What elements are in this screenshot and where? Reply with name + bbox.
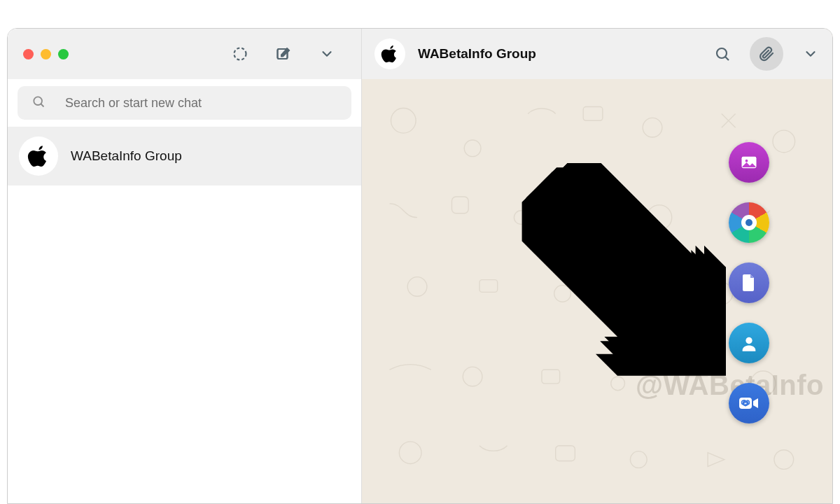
conversation-pane: WABetaInfo Group: [361, 29, 832, 503]
svg-rect-9: [583, 107, 603, 121]
svg-point-26: [774, 450, 794, 470]
conversation-title[interactable]: WABetaInfo Group: [418, 46, 536, 62]
svg-point-51: [746, 160, 748, 162]
svg-rect-16: [479, 280, 498, 293]
attach-camera-button[interactable]: [729, 202, 769, 243]
svg-point-11: [773, 130, 795, 153]
attach-room-button[interactable]: [729, 383, 769, 424]
minimize-window-button[interactable]: [41, 49, 51, 59]
new-chat-icon[interactable]: [274, 45, 293, 63]
svg-point-23: [399, 442, 421, 464]
svg-point-8: [464, 140, 481, 157]
maximize-window-button[interactable]: [58, 49, 69, 59]
svg-rect-53: [739, 398, 752, 409]
svg-point-10: [643, 118, 662, 137]
avatar[interactable]: [374, 38, 405, 69]
chat-name: WABetaInfo Group: [71, 148, 182, 164]
search-container: [8, 79, 361, 127]
avatar: [19, 136, 58, 176]
svg-point-14: [647, 205, 672, 230]
svg-point-13: [514, 211, 528, 225]
app-window: WABetaInfo Group WABetaInfo Group: [7, 28, 833, 504]
svg-point-19: [463, 367, 482, 386]
search-in-chat-icon[interactable]: [713, 45, 732, 63]
chat-list: WABetaInfo Group: [8, 127, 361, 503]
window-controls: [23, 49, 69, 59]
search-box[interactable]: [18, 86, 351, 120]
close-window-button[interactable]: [23, 49, 34, 59]
svg-point-0: [234, 48, 246, 60]
svg-point-52: [746, 337, 752, 344]
svg-line-4: [41, 104, 44, 107]
attach-contact-button[interactable]: [729, 323, 769, 363]
svg-point-5: [717, 48, 727, 58]
camera-icon: [741, 215, 757, 230]
svg-point-17: [554, 285, 571, 302]
attach-document-button[interactable]: [729, 262, 769, 303]
sidebar-header: [8, 29, 361, 79]
svg-point-21: [611, 377, 625, 391]
svg-line-6: [725, 57, 729, 60]
contact-icon: [736, 330, 762, 356]
svg-rect-12: [451, 197, 468, 214]
chat-list-item[interactable]: WABetaInfo Group: [8, 127, 361, 186]
chevron-down-icon[interactable]: [802, 45, 820, 63]
status-icon[interactable]: [231, 45, 249, 63]
sidebar: WABetaInfo Group: [8, 29, 361, 503]
svg-point-25: [630, 451, 647, 468]
svg-point-3: [34, 97, 42, 105]
svg-point-7: [391, 108, 416, 134]
document-icon: [736, 270, 762, 295]
chevron-down-icon[interactable]: [318, 45, 336, 63]
search-icon: [31, 94, 46, 111]
search-input[interactable]: [65, 96, 342, 111]
chat-background: @WABetaInfo: [362, 79, 832, 503]
svg-rect-20: [542, 370, 560, 384]
room-icon: [736, 391, 762, 416]
svg-rect-24: [556, 446, 575, 461]
gallery-icon: [736, 150, 762, 175]
attach-button[interactable]: [750, 37, 783, 71]
svg-point-15: [407, 277, 427, 297]
conversation-header: WABetaInfo Group: [362, 29, 832, 79]
attach-gallery-button[interactable]: [729, 142, 769, 183]
attach-menu: [729, 142, 769, 424]
